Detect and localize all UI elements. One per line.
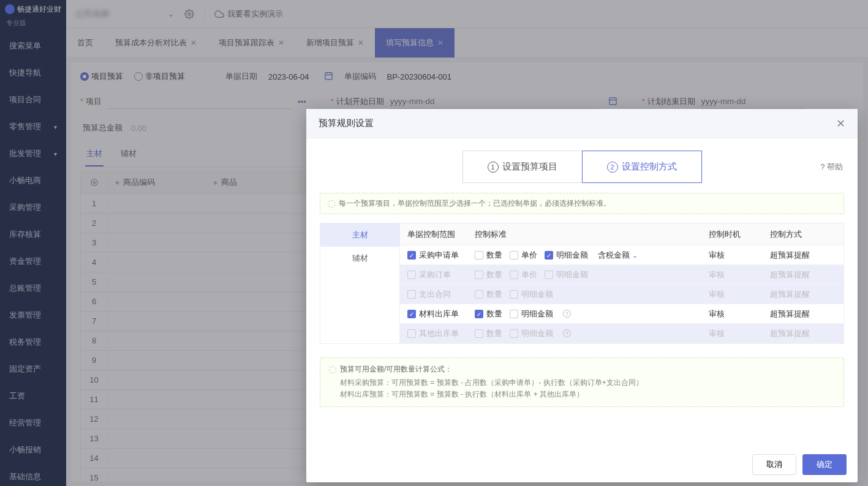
checkbox-qty[interactable] bbox=[475, 329, 483, 338]
ok-button[interactable]: 确定 bbox=[802, 454, 847, 475]
step-2[interactable]: 2设置控制方式 bbox=[582, 151, 702, 183]
th-timing: 控制时机 bbox=[709, 229, 770, 240]
checkbox-detail[interactable] bbox=[545, 271, 553, 279]
checkbox-price[interactable] bbox=[510, 251, 518, 260]
checkbox-qty[interactable] bbox=[475, 251, 483, 260]
tip-bar: 每⼀个预算项⽬，单据控制范围⾄少选择⼀个；已选控制单据，必须选择控制标准。 bbox=[320, 193, 844, 214]
rule-side-nav: 主材 辅材 bbox=[320, 223, 400, 343]
checkbox-detail[interactable] bbox=[510, 329, 518, 338]
checkbox-scope[interactable] bbox=[407, 290, 416, 299]
rule-side-main[interactable]: 主材 bbox=[320, 223, 399, 247]
close-icon[interactable]: ✕ bbox=[836, 117, 845, 130]
rule-table: 单据控制范围 控制标准 控制时机 控制方式 ✓采购申请单数量单价✓明细金额含税金… bbox=[400, 223, 843, 343]
rule-area: 主材 辅材 单据控制范围 控制标准 控制时机 控制方式 ✓采购申请单数量单价✓明… bbox=[320, 223, 844, 344]
formula-box: 预算可用金额/可用数量计算公式： 材料采购预算：可用预算数 = 预算数 - 占用… bbox=[320, 357, 844, 407]
checkbox-detail[interactable] bbox=[510, 310, 518, 318]
info-icon[interactable]: ? bbox=[563, 310, 571, 318]
rule-row: ✓采购申请单数量单价✓明细金额含税金额⌄审核超预算提醒 bbox=[400, 245, 843, 265]
modal-title: 预算规则设置 bbox=[319, 118, 374, 129]
rule-row: 采购订单数量单价明细金额审核超预算提醒 bbox=[400, 265, 843, 285]
help-link[interactable]: ? 帮助 bbox=[820, 162, 843, 173]
budget-rule-modal: 预算规则设置 ✕ 1设置预算项目 2设置控制方式 ? 帮助 每⼀个预算项⽬，单据… bbox=[306, 109, 858, 482]
th-mode: 控制方式 bbox=[770, 229, 843, 240]
chevron-down-icon[interactable]: ⌄ bbox=[632, 252, 638, 259]
checkbox-detail[interactable]: ✓ bbox=[545, 251, 553, 260]
rule-row: 支出合同数量明细金额审核超预算提醒 bbox=[400, 285, 843, 304]
th-standard: 控制标准 bbox=[467, 229, 709, 240]
cancel-button[interactable]: 取消 bbox=[752, 454, 796, 475]
checkbox-qty[interactable] bbox=[475, 271, 483, 279]
th-scope: 单据控制范围 bbox=[400, 229, 467, 240]
rule-side-aux[interactable]: 辅材 bbox=[320, 247, 399, 270]
tip-icon bbox=[328, 200, 335, 207]
checkbox-detail[interactable] bbox=[510, 290, 518, 299]
rule-row: 其他出库单数量明细金额?审核超预算提醒 bbox=[400, 324, 843, 343]
step-tabs: 1设置预算项目 2设置控制方式 bbox=[320, 151, 844, 183]
checkbox-qty[interactable]: ✓ bbox=[475, 310, 483, 318]
checkbox-scope[interactable] bbox=[407, 329, 416, 338]
step-1[interactable]: 1设置预算项目 bbox=[462, 151, 582, 183]
checkbox-price[interactable] bbox=[510, 271, 518, 279]
rule-row: ✓材料出库单✓数量明细金额?审核超预算提醒 bbox=[400, 304, 843, 324]
info-icon[interactable]: ? bbox=[563, 329, 571, 337]
checkbox-qty[interactable] bbox=[475, 290, 483, 299]
checkbox-scope[interactable]: ✓ bbox=[407, 310, 416, 318]
checkbox-scope[interactable]: ✓ bbox=[407, 251, 416, 260]
checkbox-scope[interactable] bbox=[407, 271, 416, 279]
formula-icon bbox=[329, 366, 336, 373]
